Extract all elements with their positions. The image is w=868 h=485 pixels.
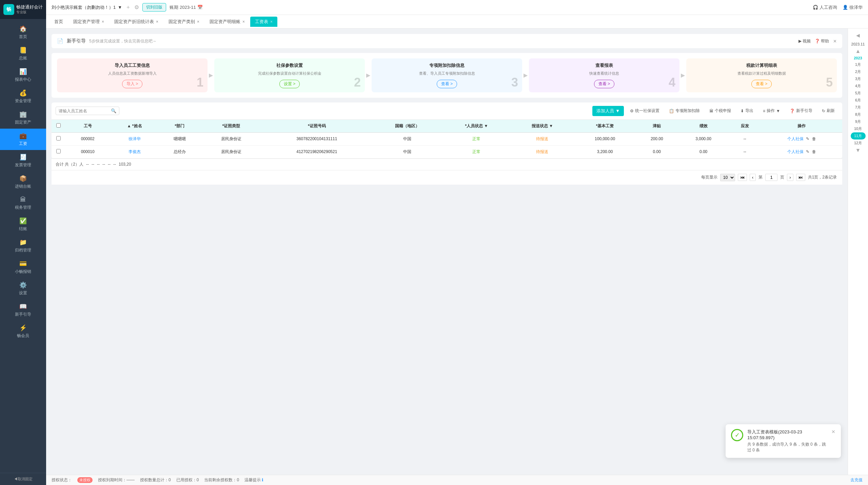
sidebar-item-ledger[interactable]: 📒 总账 bbox=[0, 43, 46, 64]
calendar-year-2023: 2023 bbox=[851, 55, 866, 61]
step-btn-1[interactable]: 导入 > bbox=[122, 80, 142, 88]
select-all-checkbox[interactable] bbox=[56, 123, 61, 128]
user-menu[interactable]: 👤 徐泽华 bbox=[843, 4, 863, 11]
export-button[interactable]: ⬇ 导出 bbox=[737, 106, 757, 115]
step-btn-3[interactable]: 查看 > bbox=[437, 80, 457, 88]
last-page-button[interactable]: ⏭ bbox=[796, 174, 805, 181]
tab-fixed-depreciation[interactable]: 固定资产折旧统计表× bbox=[110, 17, 163, 27]
account-selector[interactable]: 刘小艳演示账套（勿删勿动！）1 ▼ bbox=[52, 4, 122, 11]
tab-close-fixed-assets[interactable]: × bbox=[102, 19, 104, 24]
next-page-button[interactable]: › bbox=[787, 174, 793, 181]
action-social-1[interactable]: 个人社保 bbox=[787, 149, 804, 154]
calendar-icon[interactable]: 📅 bbox=[197, 5, 203, 10]
calendar-month-9[interactable]: 9月 bbox=[851, 118, 866, 125]
sidebar-item-guide[interactable]: 📖 新手引导 bbox=[0, 299, 46, 321]
search-wrap: 🔍 bbox=[56, 107, 119, 115]
cell-name-0[interactable]: 徐泽华 bbox=[129, 136, 141, 141]
calendar-month-11[interactable]: 11月 bbox=[851, 132, 866, 139]
panel-expand-button[interactable]: ◀ bbox=[855, 31, 861, 39]
sidebar-icon-reports: 📊 bbox=[19, 68, 27, 75]
switch-version-button[interactable]: 切到旧版 bbox=[142, 3, 166, 12]
calendar-month-7[interactable]: 7月 bbox=[851, 104, 866, 111]
calendar-month-5[interactable]: 5月 bbox=[851, 90, 866, 97]
tab-salary-table[interactable]: 工资表× bbox=[250, 17, 277, 27]
action-delete-1[interactable]: 🗑 bbox=[812, 149, 816, 154]
sidebar-item-member[interactable]: ⚡ 畅会员 bbox=[0, 321, 46, 342]
sidebar-item-fixed[interactable]: 🏢 固定资产 bbox=[0, 107, 46, 129]
action-delete-0[interactable]: 🗑 bbox=[812, 136, 816, 141]
action-edit-0[interactable]: ✎ bbox=[806, 136, 809, 141]
auth-status-badge: 未授权 bbox=[77, 477, 93, 483]
tab-close-salary-table[interactable]: × bbox=[270, 19, 273, 24]
search-input[interactable] bbox=[59, 109, 110, 113]
calendar-scroll-down[interactable]: ▼ bbox=[855, 147, 862, 154]
settings-icon[interactable]: ⚙ bbox=[134, 4, 139, 11]
guide-doc-icon: 📄 bbox=[57, 38, 63, 44]
tab-home[interactable]: 首页 bbox=[50, 17, 68, 27]
col-dept: *部门 bbox=[159, 120, 201, 133]
calendar-month-12[interactable]: 12月 bbox=[851, 139, 866, 147]
sidebar-item-invoice[interactable]: 🧾 发票管理 bbox=[0, 150, 46, 171]
first-page-button[interactable]: ⏮ bbox=[738, 174, 747, 181]
search-icon[interactable]: 🔍 bbox=[111, 108, 116, 113]
per-page-select[interactable]: 10 20 50 bbox=[720, 174, 735, 181]
calendar-month-8[interactable]: 8月 bbox=[851, 111, 866, 118]
add-account-icon[interactable]: ＋ bbox=[125, 4, 131, 11]
step-btn-4[interactable]: 查看 > bbox=[594, 80, 614, 88]
new-guide-button[interactable]: ❓ 新手引导 bbox=[786, 106, 816, 115]
guide-help-link[interactable]: ❓ 帮助 bbox=[815, 38, 829, 44]
action-social-0[interactable]: 个人社保 bbox=[787, 136, 804, 141]
step-btn-5[interactable]: 查看 > bbox=[751, 80, 772, 88]
tab-close-fixed-depreciation[interactable]: × bbox=[156, 19, 158, 24]
warning-info-icon[interactable]: ℹ bbox=[262, 478, 263, 482]
calendar-month-2[interactable]: 2月 bbox=[851, 68, 866, 75]
recharge-link[interactable]: 去充值 bbox=[850, 477, 863, 483]
consulting-icon: 🎧 bbox=[813, 5, 818, 10]
page-number-input[interactable] bbox=[765, 174, 777, 181]
sidebar-item-home[interactable]: 🏠 首页 bbox=[0, 22, 46, 43]
col-report-status: 报送状态 ▼ bbox=[510, 120, 574, 133]
consulting-button[interactable]: 🎧 人工咨询 bbox=[813, 4, 837, 11]
sidebar-item-settle[interactable]: ✅ 结账 bbox=[0, 214, 46, 235]
sidebar-item-inventory[interactable]: 📦 进销台账 bbox=[0, 171, 46, 193]
action-edit-1[interactable]: ✎ bbox=[806, 149, 809, 154]
sidebar-icon-ledger: 📒 bbox=[19, 46, 27, 54]
tab-close-fixed-detail[interactable]: × bbox=[242, 19, 245, 24]
period-selector[interactable]: 账期 2023-11 📅 bbox=[170, 4, 203, 11]
guide-close-button[interactable]: ✕ bbox=[833, 39, 837, 44]
calendar-scroll-up[interactable]: ▲ bbox=[855, 48, 862, 55]
calendar-month-4[interactable]: 4月 bbox=[851, 82, 866, 90]
tab-fixed-assets[interactable]: 固定资产管理× bbox=[68, 17, 109, 27]
tab-close-fixed-category[interactable]: × bbox=[197, 19, 199, 24]
calendar-month-10[interactable]: 10月 bbox=[851, 125, 866, 132]
sidebar-item-expense[interactable]: 💳 小畅报销 bbox=[0, 257, 46, 278]
toast-close-button[interactable]: ✕ bbox=[831, 429, 835, 434]
add-person-button[interactable]: 添加人员 ▼ bbox=[592, 106, 624, 116]
tab-fixed-category[interactable]: 固定资产类别× bbox=[164, 17, 204, 27]
refresh-button[interactable]: ↻ 刷新 bbox=[818, 106, 838, 115]
deduction-button[interactable]: 📋 专项附加扣除 bbox=[666, 106, 703, 115]
tax-report-button[interactable]: 🏛 个税申报 bbox=[706, 106, 734, 115]
guide-video-link[interactable]: ▶ 视频 bbox=[798, 38, 811, 44]
sidebar-item-settings[interactable]: ⚙️ 设置 bbox=[0, 278, 46, 299]
account-dropdown-icon[interactable]: ▼ bbox=[118, 5, 122, 10]
step-btn-2[interactable]: 设置 > bbox=[279, 80, 300, 88]
tab-fixed-detail[interactable]: 固定资产明细账× bbox=[205, 17, 250, 27]
sidebar-item-salary[interactable]: 💼 工资 bbox=[0, 129, 46, 150]
row-checkbox-1[interactable] bbox=[56, 149, 61, 153]
sidebar-item-archive[interactable]: 📁 归档管理 bbox=[0, 235, 46, 257]
sidebar-item-funds[interactable]: 💰 资金管理 bbox=[0, 86, 46, 107]
guide-step-5: 税款计算明细表 查看税款计算过程及明细数据 查看 > 5 bbox=[686, 58, 837, 92]
calendar-month-3[interactable]: 3月 bbox=[851, 75, 866, 82]
step-title-2: 社保参数设置 bbox=[276, 62, 303, 69]
row-checkbox-0[interactable] bbox=[56, 136, 61, 141]
calendar-month-6[interactable]: 6月 bbox=[851, 97, 866, 104]
calendar-month-1[interactable]: 1月 bbox=[851, 61, 866, 68]
cell-name-1[interactable]: 李俊杰 bbox=[129, 149, 141, 154]
cancel-fixed-button[interactable]: ◀取消固定 bbox=[0, 473, 46, 485]
prev-page-button[interactable]: ‹ bbox=[750, 174, 756, 181]
operations-button[interactable]: ≡ 操作 ▼ bbox=[760, 106, 784, 115]
sidebar-item-tax[interactable]: 🏛 税务管理 bbox=[0, 193, 46, 214]
social-security-button[interactable]: ⚙ 统一社保设置 bbox=[627, 106, 663, 115]
sidebar-item-reports[interactable]: 📊 报表中心 bbox=[0, 64, 46, 86]
